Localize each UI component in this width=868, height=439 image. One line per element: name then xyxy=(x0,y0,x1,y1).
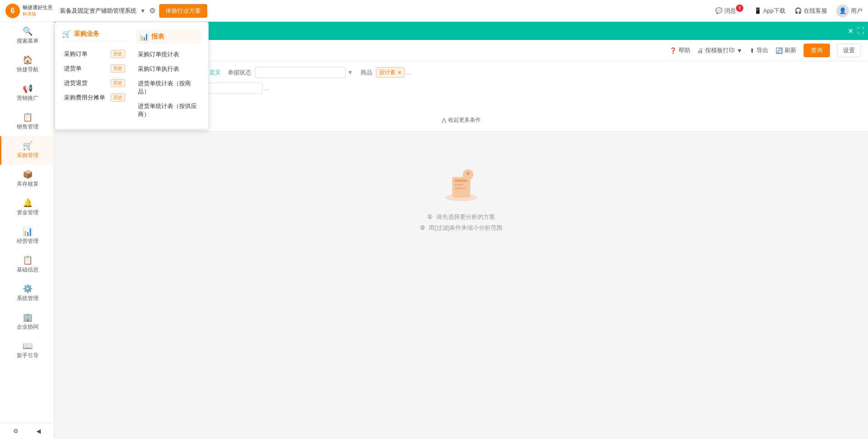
settings-btn[interactable]: 设置 xyxy=(837,44,861,57)
hist-badge-2: 历史 xyxy=(111,79,125,87)
svg-point-6 xyxy=(466,172,470,175)
sidebar-item-finance[interactable]: 🔔 资金管理 xyxy=(0,193,54,222)
sidebar-item-sales[interactable]: 📋 销售管理 xyxy=(0,108,54,136)
user-action[interactable]: 👤 用户 xyxy=(836,5,863,17)
hist-badge-3: 历史 xyxy=(111,94,125,102)
system-title: 装备及固定资产辅助管理系统 xyxy=(60,7,137,15)
logo-text-area: 畅捷通好生意 标准版 xyxy=(23,4,53,17)
report-col-icon: 📊 xyxy=(140,32,149,41)
refresh-btn[interactable]: 🔄 刷新 xyxy=(775,46,796,54)
dropdown-item-si-by-supplier[interactable]: 进货单统计表（按供应商） xyxy=(136,99,201,122)
voucher-status-label: 单据状态 xyxy=(228,69,251,77)
purchase-dropdown-menu: 🛒 采购业务 采购订单 历史 进货单 历史 进货退货 历史 采购费用分摊单 历史… xyxy=(54,22,209,129)
headset-icon: 🎧 xyxy=(795,7,802,14)
search-icon: 🔍 xyxy=(23,27,33,35)
query-btn[interactable]: 查询 xyxy=(804,44,830,57)
goods-more-btn[interactable]: ... xyxy=(407,69,411,76)
inventory-icon: 📦 xyxy=(23,170,33,178)
enterprise-icon: 🏢 xyxy=(23,313,33,321)
sidebar-collapse-btn[interactable]: ◀ xyxy=(36,428,41,434)
purchase-col-title: 🛒 采购业务 xyxy=(62,30,127,41)
chevron-down-icon: ▼ xyxy=(736,47,742,54)
empty-tip-1: ① 请先选择要分析的方案 xyxy=(427,213,495,221)
sidebar-bottom: ⚙ ◀ xyxy=(0,423,54,439)
dropdown-item-po-exec[interactable]: 采购订单执行表 xyxy=(136,62,201,76)
sidebar-item-system[interactable]: ⚙️ 系统管理 xyxy=(0,279,54,308)
sidebar: 🔍 搜索菜单 🏠 快捷导航 📢 营销推广 📋 销售管理 🛒 采购管理 📦 库存核… xyxy=(0,22,54,439)
tag-close-icon[interactable]: ✕ xyxy=(397,69,402,76)
export-icon: ⬆ xyxy=(750,47,755,54)
logo-name: 畅捷通好生意 xyxy=(23,4,53,10)
salesman-more-btn[interactable]: ... xyxy=(264,85,269,92)
svg-rect-3 xyxy=(454,184,463,186)
dropdown-item-purchase-cost[interactable]: 采购费用分摊单 历史 xyxy=(62,90,127,105)
dropdown-item-stock-return[interactable]: 进货退货 历史 xyxy=(62,76,127,90)
logo-area: 6 畅捷通好生意 标准版 xyxy=(5,4,60,18)
header-right: 💬 消息 9 📱 App下载 🎧 在线客服 👤 用户 xyxy=(715,5,863,17)
help-icon: ❓ xyxy=(669,47,677,54)
app-download-action[interactable]: 📱 App下载 xyxy=(754,7,785,15)
online-service-action[interactable]: 🎧 在线客服 xyxy=(795,7,827,15)
sidebar-item-operation[interactable]: 📊 经营管理 xyxy=(0,222,54,251)
empty-state: ① 请先选择要分析的方案 ② 用[过滤]条件来缩小分析范围 xyxy=(54,132,868,270)
basic-icon: 📋 xyxy=(23,256,33,264)
dropdown-item-si-by-goods[interactable]: 进货单统计表（按商品） xyxy=(136,76,201,99)
dropdown-item-po-stats[interactable]: 采购订单统计表 xyxy=(136,47,201,62)
dropdown-item-purchase-order[interactable]: 采购订单 历史 xyxy=(62,47,127,61)
refresh-icon: 🔄 xyxy=(775,47,783,54)
phone-icon: 📱 xyxy=(754,7,761,14)
empty-tip-2: ② 用[过滤]条件来缩小分析范围 xyxy=(420,224,503,232)
sidebar-item-purchase[interactable]: 🛒 采购管理 xyxy=(0,136,54,165)
voucher-status-input[interactable] xyxy=(255,67,346,78)
system-icon: ⚙️ xyxy=(23,285,33,293)
sidebar-item-quick-nav[interactable]: 🏠 快捷导航 xyxy=(0,50,54,79)
goods-label: 商品 xyxy=(361,69,372,77)
tab-controls: ✕ ⛶ xyxy=(848,27,864,35)
purchase-col-icon: 🛒 xyxy=(62,30,71,38)
user-avatar: 👤 xyxy=(836,5,849,17)
sidebar-item-inventory[interactable]: 📦 库存核算 xyxy=(0,165,54,193)
print-icon: 🖨 xyxy=(697,47,703,54)
sales-icon: 📋 xyxy=(23,113,33,121)
purchase-col: 🛒 采购业务 采购订单 历史 进货单 历史 进货退货 历史 采购费用分摊单 历史 xyxy=(62,30,127,122)
filter-voucher-status: 单据状态 ▼ xyxy=(228,67,353,78)
home-icon: 🏠 xyxy=(23,56,33,64)
sidebar-item-enterprise[interactable]: 🏢 企业协同 xyxy=(0,308,54,336)
sidebar-item-basic[interactable]: 📋 基础信息 xyxy=(0,251,54,279)
tab-expand-btn[interactable]: ⛶ xyxy=(857,27,864,35)
sidebar-item-search[interactable]: 🔍 搜索菜单 xyxy=(0,22,54,50)
header-center: 装备及固定资产辅助管理系统 ▼ ⚙ 体验行业方案 xyxy=(60,4,715,18)
tab-close-all-btn[interactable]: ✕ xyxy=(848,27,853,35)
megaphone-icon: 📢 xyxy=(23,84,33,93)
top-header: 6 畅捷通好生意 标准版 装备及固定资产辅助管理系统 ▼ ⚙ 体验行业方案 💬 … xyxy=(0,0,868,22)
system-dropdown-btn[interactable]: ▼ xyxy=(140,8,146,14)
finance-icon: 🔔 xyxy=(23,199,33,207)
logo-sub: 标准版 xyxy=(23,11,53,17)
message-action[interactable]: 💬 消息 9 xyxy=(715,7,745,15)
guide-icon: 📖 xyxy=(23,342,33,350)
svg-rect-4 xyxy=(454,187,466,189)
export-btn[interactable]: ⬆ 导出 xyxy=(750,46,768,54)
dropdown-item-stock-in[interactable]: 进货单 历史 xyxy=(62,61,127,76)
help-btn[interactable]: ❓ 帮助 xyxy=(669,46,690,54)
sidebar-item-guide[interactable]: 📖 新手引导 xyxy=(0,336,54,365)
hist-badge-0: 历史 xyxy=(111,50,125,58)
print-btn[interactable]: 🖨 按模板打印 ▼ xyxy=(697,46,742,54)
hist-badge-1: 历史 xyxy=(111,64,125,73)
operation-icon: 📊 xyxy=(23,227,33,236)
sidebar-item-marketing[interactable]: 📢 营销推广 xyxy=(0,79,54,108)
filter-goods: 商品 设计素 ✕ ... xyxy=(361,67,411,78)
report-col-title: 📊 报表 xyxy=(136,30,201,44)
chevron-up-icon: ⋀ xyxy=(442,117,446,123)
collapse-conditions-btn[interactable]: ⋀ 收起更多条件 xyxy=(440,114,483,126)
sidebar-settings-btn[interactable]: ⚙ xyxy=(13,428,19,434)
system-settings-btn[interactable]: ⚙ xyxy=(149,6,156,15)
chevron-down-icon: ▼ xyxy=(347,69,353,76)
report-col: 📊 报表 采购订单统计表 采购订单执行表 进货单统计表（按商品） 进货单统计表（… xyxy=(136,30,201,122)
empty-illustration xyxy=(439,168,484,204)
purchase-icon: 🛒 xyxy=(23,142,33,150)
industry-btn[interactable]: 体验行业方案 xyxy=(159,4,207,18)
goods-tag[interactable]: 设计素 ✕ xyxy=(376,67,405,78)
message-badge: 9 xyxy=(736,5,743,12)
logo-icon: 6 xyxy=(5,4,20,18)
